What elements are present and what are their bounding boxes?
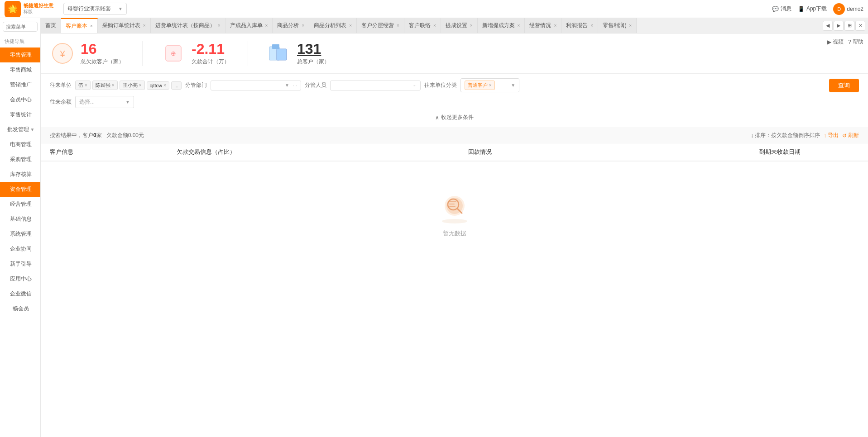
tab-close-product-analysis[interactable]: ×	[302, 23, 304, 28]
tab-close-customer-account[interactable]: ×	[90, 24, 93, 28]
tab-close-retail-profit[interactable]: ×	[629, 23, 632, 28]
sort-btn[interactable]: ↕ 排序：按欠款金额倒序排序	[751, 132, 820, 139]
dept-arrow: ▼	[285, 83, 289, 88]
message-btn[interactable]: 💬 消息	[772, 5, 791, 13]
app-download-btn[interactable]: 📱 App下载	[798, 5, 827, 13]
workspace-arrow: ▼	[118, 6, 123, 11]
filter-more-btn[interactable]: ...	[171, 81, 182, 90]
help-icon: ?	[848, 39, 851, 45]
sidebar-item-member-center[interactable]: 会员中心	[0, 92, 40, 107]
video-help-btn[interactable]: ▶ 视频	[827, 38, 844, 46]
sidebar-item-retail-stats[interactable]: 零售统计	[0, 107, 40, 122]
overdue-icon: ¥	[50, 41, 75, 66]
table-header: 客户信息 欠款交易信息（占比） 回款情况 到期未收款日期	[41, 143, 868, 162]
tab-scroll-right[interactable]: ▶	[834, 21, 844, 31]
help-btn[interactable]: ? 帮助	[848, 38, 863, 46]
refresh-label: 刷新	[848, 132, 859, 139]
export-btn[interactable]: ↑ 导出	[824, 132, 839, 139]
tab-close-purchase-order[interactable]: ×	[143, 23, 146, 28]
tab-customer-segment[interactable]: 客户分层经营 ×	[357, 18, 404, 33]
tab-profit-report[interactable]: 利润报告 ×	[561, 18, 598, 33]
svg-rect-14	[449, 206, 456, 207]
remove-customer-type[interactable]: ×	[489, 83, 492, 88]
tab-close-customer-contact[interactable]: ×	[433, 23, 436, 28]
workspace-label: 母婴行业演示账套	[67, 5, 111, 13]
avatar: D	[833, 3, 845, 15]
remove-tag-wu[interactable]: ×	[85, 83, 87, 88]
tab-product-analysis[interactable]: 商品分析 ×	[273, 18, 309, 33]
balance-arrow: ▼	[125, 100, 130, 104]
collapse-filters-btn[interactable]: ∧ 收起更多条件	[432, 112, 477, 123]
export-label: 导出	[828, 132, 839, 139]
tab-purchase-order[interactable]: 采购订单统计表 ×	[98, 18, 151, 33]
remove-tag-wang[interactable]: ×	[139, 83, 142, 88]
tab-close-improve-settings[interactable]: ×	[470, 23, 473, 28]
search-input[interactable]	[3, 22, 38, 32]
person-selector[interactable]: ···	[330, 81, 421, 90]
empty-text: 暂无数据	[443, 229, 466, 238]
tab-new-improve[interactable]: 新增提成方案 ×	[478, 18, 525, 33]
sidebar-item-ops[interactable]: 经营管理	[0, 197, 40, 212]
tab-expand[interactable]: ⊞	[844, 21, 854, 31]
sidebar-item-base-info[interactable]: 基础信息	[0, 212, 40, 227]
tab-production-inbound[interactable]: 产成品入库单 ×	[225, 18, 273, 33]
sidebar-item-enterprise[interactable]: 企业协同	[0, 242, 40, 256]
tab-improve-settings[interactable]: 提成设置 ×	[441, 18, 478, 33]
tab-close-profit-report[interactable]: ×	[590, 23, 593, 28]
sidebar-item-ecommerce[interactable]: 电商管理	[0, 137, 40, 152]
balance-selector[interactable]: 选择... ▼	[75, 96, 134, 108]
workspace-selector[interactable]: 母婴行业演示账套 ▼	[63, 3, 127, 15]
sidebar-item-finance[interactable]: 资金管理	[0, 182, 40, 197]
user-menu[interactable]: D demo2	[833, 3, 863, 15]
svg-text:⊕: ⊕	[171, 50, 176, 57]
tab-customer-contact[interactable]: 客户联络 ×	[404, 18, 441, 33]
svg-point-7	[442, 219, 467, 223]
sidebar-search-area	[0, 18, 40, 35]
sidebar-item-inventory[interactable]: 库存核算	[0, 167, 40, 182]
tab-customer-account[interactable]: 客户账本 ×	[61, 18, 98, 33]
amount-icon: ⊕	[161, 41, 186, 66]
tab-close-inbound-stats[interactable]: ×	[218, 23, 221, 28]
message-icon: 💬	[772, 6, 779, 12]
tab-close-all[interactable]: ✕	[855, 21, 865, 31]
tab-close-business-status[interactable]: ×	[554, 23, 556, 28]
sidebar-item-retail-mall[interactable]: 零售商城	[0, 62, 40, 77]
tab-close-new-improve[interactable]: ×	[518, 23, 520, 28]
tab-close-customer-segment[interactable]: ×	[397, 23, 399, 28]
quick-nav-label: 快捷导航	[5, 38, 24, 45]
tab-scroll-left[interactable]: ◀	[823, 21, 833, 31]
col-customer-info: 客户信息	[50, 148, 177, 156]
result-amount: 欠款金额0.00元	[106, 132, 144, 139]
sidebar-item-app-center[interactable]: 应用中心	[0, 271, 40, 286]
sidebar-item-new-guide[interactable]: 新手引导	[0, 256, 40, 271]
sidebar-item-retail-mgmt[interactable]: 零售管理	[0, 48, 40, 62]
collapse-icon: ∧	[435, 114, 439, 121]
message-label: 消息	[781, 5, 791, 13]
refresh-btn[interactable]: ↺ 刷新	[842, 132, 859, 139]
tab-close-product-analysis-list[interactable]: ×	[349, 23, 352, 28]
dept-selector[interactable]: ▼ ···	[211, 81, 301, 90]
sidebar-item-wechat[interactable]: 企业微信	[0, 286, 40, 301]
unit-type-selector[interactable]: 普通客户 × ▼	[460, 78, 519, 92]
unit-type-label: 往来单位分类	[424, 81, 457, 89]
col-payment-status: 回款情况	[468, 148, 760, 156]
remove-tag-chen[interactable]: ×	[112, 83, 115, 88]
svg-rect-12	[449, 201, 456, 202]
sidebar-item-purchase[interactable]: 采购管理	[0, 152, 40, 167]
sidebar-item-member[interactable]: 畅会员	[0, 301, 40, 316]
sidebar-item-marketing[interactable]: 营销推广	[0, 77, 40, 92]
tab-inbound-stats[interactable]: 进货单统计表（按商品） ×	[151, 18, 225, 33]
query-button[interactable]: 查询	[829, 79, 859, 92]
tab-product-analysis-list[interactable]: 商品分析列表 ×	[309, 18, 357, 33]
tab-retail-profit[interactable]: 零售利润( ×	[598, 18, 637, 33]
refresh-icon: ↺	[842, 133, 847, 139]
sidebar-item-batch-mgmt[interactable]: 批发管理 ▼	[0, 122, 40, 137]
sidebar-item-sys-mgmt[interactable]: 系统管理	[0, 227, 40, 242]
remove-tag-cjttcw[interactable]: ×	[163, 83, 166, 88]
tab-home[interactable]: 首页	[41, 18, 61, 33]
sort-icon: ↕	[751, 133, 753, 139]
unit-type-arrow: ▼	[511, 83, 515, 88]
sidebar-quick-nav[interactable]: 快捷导航	[0, 35, 40, 48]
tab-business-status[interactable]: 经营情况 ×	[525, 18, 561, 33]
tab-close-production-inbound[interactable]: ×	[265, 23, 268, 28]
